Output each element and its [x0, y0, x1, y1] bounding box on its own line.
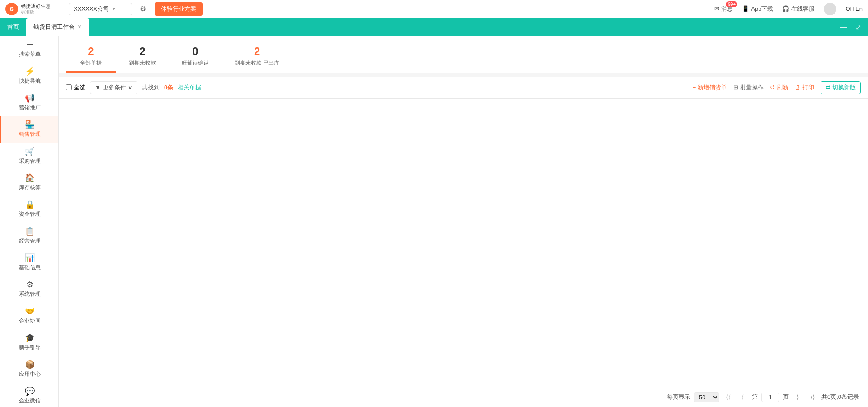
- page-prev-button[interactable]: ⟨: [737, 392, 748, 402]
- page-suffix-label: 页: [783, 393, 789, 401]
- stat-tab-pending[interactable]: 0 旺辅待确认: [169, 42, 222, 73]
- inventory-icon: 🏠: [25, 174, 35, 182]
- top-header: 6 畅捷通好生意 标准版 XXXXXX公司 ▼ ⚙ 体验行业方案 ✉ 消息 99…: [0, 0, 868, 18]
- stat-label-overdue: 到期未收款: [129, 59, 156, 67]
- tab-maximize-icon[interactable]: ⤢: [853, 22, 863, 33]
- print-button[interactable]: 🖨 打印: [795, 84, 814, 92]
- shortcut-icon: ⚡: [25, 67, 35, 75]
- pagination: 每页显示 50 10 20 100 ⟨⟨ ⟨ 第 页 ⟩ ⟩⟩ 共0页,0条记录: [59, 387, 868, 407]
- page-next-button[interactable]: ⟩: [793, 392, 803, 402]
- page-last-button[interactable]: ⟩⟩: [807, 392, 818, 402]
- page-label: 第: [752, 393, 758, 401]
- app-logo: 6: [5, 3, 18, 15]
- refresh-button[interactable]: ↺ 刷新: [770, 84, 788, 92]
- settings-icon[interactable]: ⚙: [136, 2, 150, 16]
- page-size-prefix: 每页显示: [667, 393, 690, 401]
- sidebar-item-wecom[interactable]: 💬 企业微信: [0, 383, 58, 407]
- tab-home[interactable]: 首页: [0, 18, 26, 36]
- user-avatar[interactable]: [824, 3, 836, 15]
- sidebar-item-marketing[interactable]: 📢 营销推广: [0, 89, 58, 116]
- batch-icon: ⊞: [733, 84, 738, 91]
- apps-icon: 📦: [25, 360, 35, 369]
- checkbox-input[interactable]: [66, 84, 72, 90]
- table-area: [59, 99, 868, 387]
- found-prefix: 共找到: [142, 84, 160, 92]
- tab-bar: 首页 钱货日清工作台 ✕ — ⤢: [0, 18, 868, 36]
- search-menu-icon: ☰: [26, 41, 33, 49]
- stat-label-pending: 旺辅待确认: [182, 59, 209, 67]
- found-count: 0条: [164, 84, 173, 92]
- message-icon: ✉: [714, 5, 719, 12]
- sidebar: ☰ 搜索菜单 ⚡ 快捷导航 📢 营销推广 🏪 销售管理 🛒 采购管理 🏠 库存核…: [0, 36, 59, 407]
- funds-icon: 🔒: [25, 201, 35, 209]
- stat-tab-overdue-out[interactable]: 2 到期未收款 已出库: [222, 42, 292, 73]
- newbie-icon: 🎓: [25, 334, 35, 342]
- sidebar-item-enterprise[interactable]: 🤝 企业协同: [0, 303, 58, 329]
- download-icon: 📱: [742, 5, 749, 12]
- chevron-down-icon: ▼: [112, 6, 116, 11]
- marketing-icon: 📢: [25, 94, 35, 102]
- sidebar-item-operation[interactable]: 📋 经营管理: [0, 223, 58, 249]
- select-all-label: 全选: [74, 84, 85, 92]
- sidebar-item-base[interactable]: 📊 基础信息: [0, 249, 58, 276]
- wecom-icon: 💬: [25, 387, 35, 395]
- app-download-button[interactable]: 📱 App下载: [742, 5, 773, 13]
- stat-label-all: 全部单据: [80, 59, 102, 67]
- sidebar-item-system[interactable]: ⚙ 系统管理: [0, 276, 58, 303]
- page-number-input[interactable]: [761, 393, 779, 402]
- switch-new-version-button[interactable]: ⇄ 切换新版: [821, 81, 861, 94]
- stat-num-overdue: 2: [139, 45, 145, 58]
- toolbar: 全选 ▼ 更多条件 ∨ 共找到 0条 相关单据 + 新增销货单 ⊞ 批量操作: [59, 77, 868, 99]
- stat-tab-all[interactable]: 2 全部单据: [66, 42, 116, 73]
- switch-icon: ⇄: [826, 84, 830, 91]
- total-text: 共0页,0条记录: [821, 393, 859, 401]
- toolbar-right: + 新增销货单 ⊞ 批量操作 ↺ 刷新 🖨 打印 ⇄ 切换新版: [691, 81, 861, 94]
- sidebar-item-inventory[interactable]: 🏠 库存核算: [0, 169, 58, 196]
- sidebar-item-search[interactable]: ☰ 搜索菜单: [0, 36, 58, 63]
- stat-num-overdue-out: 2: [254, 45, 260, 58]
- message-button[interactable]: ✉ 消息 99+: [714, 5, 733, 13]
- stat-num-all: 2: [88, 45, 94, 58]
- stats-tabs: 2 全部单据 2 到期未收款 0 旺辅待确认 2 到期未收款 已出库: [59, 36, 868, 73]
- sidebar-item-purchase[interactable]: 🛒 采购管理: [0, 143, 58, 169]
- tab-cashflow[interactable]: 钱货日清工作台 ✕: [26, 18, 89, 36]
- content-area: 2 全部单据 2 到期未收款 0 旺辅待确认 2 到期未收款 已出库: [59, 36, 868, 407]
- purchase-icon: 🛒: [25, 147, 35, 155]
- stat-label-overdue-out: 到期未收款 已出库: [235, 59, 279, 67]
- sidebar-item-newbie[interactable]: 🎓 新手引导: [0, 329, 58, 356]
- page-first-button[interactable]: ⟨⟨: [723, 392, 734, 402]
- sidebar-item-shortcut[interactable]: ⚡ 快捷导航: [0, 63, 58, 89]
- app-name: 畅捷通好生意 标准版: [21, 3, 51, 15]
- chevron-filter-icon: ∨: [128, 84, 132, 91]
- user-name: OfTEn: [845, 5, 863, 12]
- operation-icon: 📋: [25, 227, 35, 235]
- refresh-icon: ↺: [770, 84, 775, 91]
- logo-area: 6 畅捷通好生意 标准版: [5, 3, 64, 15]
- select-all-checkbox[interactable]: 全选: [66, 84, 85, 92]
- header-right: ✉ 消息 99+ 📱 App下载 🎧 在线客服 OfTEn: [714, 3, 863, 15]
- service-icon: 🎧: [782, 5, 789, 12]
- filter-icon: ▼: [95, 84, 101, 91]
- add-sales-order-button[interactable]: + 新增销货单: [691, 84, 727, 92]
- message-badge: 99+: [726, 1, 737, 7]
- sidebar-item-sales[interactable]: 🏪 销售管理: [0, 116, 58, 143]
- sales-icon: 🏪: [25, 121, 35, 129]
- tab-bar-actions: — ⤢: [838, 22, 868, 33]
- base-info-icon: 📊: [25, 254, 35, 262]
- system-icon: ⚙: [26, 281, 33, 289]
- company-selector[interactable]: XXXXXX公司 ▼: [69, 3, 132, 15]
- online-service-button[interactable]: 🎧 在线客服: [782, 5, 815, 13]
- sidebar-item-funds[interactable]: 🔒 资金管理: [0, 196, 58, 223]
- tab-minimize-icon[interactable]: —: [838, 22, 849, 33]
- page-size-select[interactable]: 50 10 20 100: [694, 392, 719, 402]
- print-icon: 🖨: [795, 84, 801, 91]
- batch-operation-button[interactable]: ⊞ 批量操作: [733, 84, 764, 92]
- sidebar-item-apps[interactable]: 📦 应用中心: [0, 356, 58, 383]
- stat-tab-overdue[interactable]: 2 到期未收款: [116, 42, 169, 73]
- experience-button[interactable]: 体验行业方案: [155, 2, 203, 16]
- stat-num-pending: 0: [192, 45, 198, 58]
- main-layout: ☰ 搜索菜单 ⚡ 快捷导航 📢 营销推广 🏪 销售管理 🛒 采购管理 🏠 库存核…: [0, 36, 868, 407]
- related-link[interactable]: 相关单据: [178, 84, 201, 92]
- filter-button[interactable]: ▼ 更多条件 ∨: [90, 81, 137, 94]
- tab-close-icon[interactable]: ✕: [77, 24, 82, 30]
